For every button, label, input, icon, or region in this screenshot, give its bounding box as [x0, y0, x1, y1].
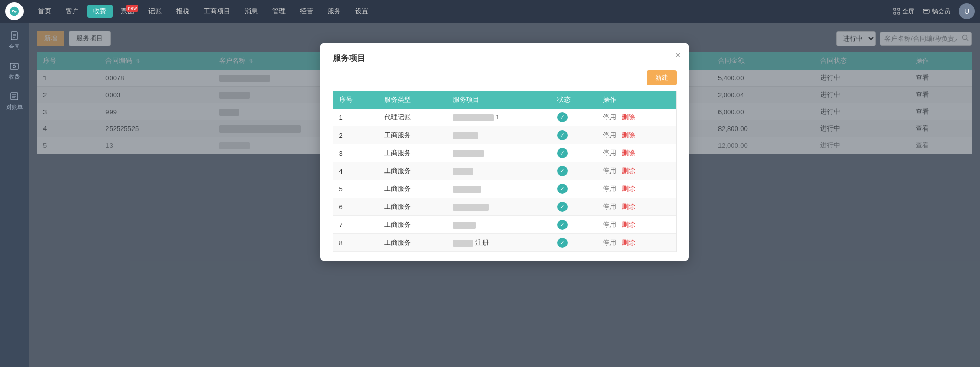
svg-rect-5	[923, 9, 929, 13]
nav-gongshang[interactable]: 工商项目	[198, 5, 236, 18]
nav-fuwu[interactable]: 服务	[321, 5, 347, 18]
delete-button-2[interactable]: 删除	[622, 131, 635, 139]
nav-home[interactable]: 首页	[32, 5, 57, 18]
status-active-icon: ✓	[557, 202, 568, 212]
delete-button-7[interactable]: 删除	[622, 221, 635, 228]
modal-table-row: 3 工商服务 ✓ 停用 删除	[333, 144, 676, 162]
stop-button-5[interactable]: 停用	[603, 185, 616, 192]
nav-items: 首页 客户 收费 票据 new 记账 报税 工商项目 消息 管理 经营 服务 设…	[32, 5, 893, 18]
modal-close-button[interactable]: ×	[675, 50, 681, 61]
fullscreen-btn[interactable]: 全屏	[893, 7, 914, 16]
delete-button-3[interactable]: 删除	[622, 149, 635, 157]
modal-toolbar: 新建	[333, 70, 677, 85]
nav-piao[interactable]: 票据 new	[115, 5, 140, 18]
modal-table-row: 7 工商服务 ✓ 停用 删除	[333, 216, 676, 234]
modal-new-button[interactable]: 新建	[647, 70, 677, 85]
modal-table-row: 2 工商服务 ✓ 停用 删除	[333, 126, 676, 144]
sidebar: 合同 收费 对账单	[0, 23, 29, 367]
user-avatar[interactable]: U	[959, 3, 975, 19]
service-items-modal: 服务项目 × 新建 序号 服务类型 服务项目 状态 操作	[320, 43, 689, 261]
modal-table-row: 4 工商服务 ✓ 停用 删除	[333, 162, 676, 180]
status-active-icon: ✓	[557, 238, 568, 248]
nav-customer[interactable]: 客户	[59, 5, 85, 18]
delete-button-4[interactable]: 删除	[622, 167, 635, 175]
stop-button-7[interactable]: 停用	[603, 221, 616, 228]
vip-btn[interactable]: 畅会员	[923, 7, 950, 16]
stop-button-1[interactable]: 停用	[603, 113, 616, 121]
app-logo	[5, 2, 24, 20]
modal-col-type: 服务类型	[378, 91, 447, 109]
modal-col-action: 操作	[597, 91, 676, 109]
status-active-icon: ✓	[557, 130, 568, 140]
stop-button-2[interactable]: 停用	[603, 131, 616, 139]
nav-shezhi[interactable]: 设置	[349, 5, 375, 18]
svg-rect-4	[898, 12, 900, 14]
modal-table-row: 5 工商服务 ✓ 停用 删除	[333, 180, 676, 198]
sidebar-item-shoufei[interactable]: 收费	[2, 57, 27, 85]
svg-rect-6	[924, 10, 928, 11]
modal-table-row: 8 工商服务 注册 ✓ 停用 删除	[333, 234, 676, 252]
top-nav-right: 全屏 畅会员 U	[893, 3, 975, 19]
status-active-icon: ✓	[557, 112, 568, 122]
svg-rect-11	[10, 63, 18, 69]
stop-button-8[interactable]: 停用	[603, 239, 616, 246]
nav-shoufei[interactable]: 收费	[87, 5, 113, 18]
modal-overlay: 服务项目 × 新建 序号 服务类型 服务项目 状态 操作	[29, 23, 980, 367]
status-active-icon: ✓	[557, 166, 568, 176]
top-navigation: 首页 客户 收费 票据 new 记账 报税 工商项目 消息 管理 经营 服务 设…	[0, 0, 980, 23]
sidebar-item-contract[interactable]: 合同	[2, 27, 27, 55]
stop-button-3[interactable]: 停用	[603, 149, 616, 157]
status-active-icon: ✓	[557, 220, 568, 230]
modal-title: 服务项目	[333, 53, 677, 64]
delete-button-5[interactable]: 删除	[622, 185, 635, 192]
nav-jingying[interactable]: 经营	[294, 5, 319, 18]
modal-col-project: 服务项目	[447, 91, 551, 109]
modal-table-row: 1 代理记账 1 ✓ 停用 删除	[333, 109, 676, 126]
sidebar-item-duizhang[interactable]: 对账单	[2, 87, 27, 115]
svg-point-12	[13, 65, 16, 68]
nav-xiaoxi[interactable]: 消息	[238, 5, 264, 18]
nav-baoshui[interactable]: 报税	[170, 5, 195, 18]
delete-button-6[interactable]: 删除	[622, 203, 635, 210]
modal-service-table: 序号 服务类型 服务项目 状态 操作 1 代理记账 1	[333, 91, 676, 252]
nav-guanli[interactable]: 管理	[266, 5, 292, 18]
svg-rect-1	[894, 8, 896, 10]
stop-button-4[interactable]: 停用	[603, 167, 616, 175]
svg-rect-2	[898, 8, 900, 10]
modal-col-status: 状态	[551, 91, 596, 109]
modal-col-seq: 序号	[333, 91, 378, 109]
status-active-icon: ✓	[557, 148, 568, 158]
delete-button-1[interactable]: 删除	[622, 113, 635, 121]
main-content: 新增 服务项目 进行中 已完成 已取消	[29, 23, 980, 367]
modal-table-wrap[interactable]: 序号 服务类型 服务项目 状态 操作 1 代理记账 1	[333, 91, 677, 252]
delete-button-8[interactable]: 删除	[622, 239, 635, 246]
stop-button-6[interactable]: 停用	[603, 203, 616, 210]
modal-table-row: 6 工商服务 ✓ 停用 删除	[333, 198, 676, 216]
status-active-icon: ✓	[557, 184, 568, 194]
svg-rect-3	[894, 12, 896, 14]
new-badge: new	[126, 5, 138, 12]
nav-jizhang[interactable]: 记账	[142, 5, 168, 18]
main-layout: 合同 收费 对账单 新增 服务项目 进行中	[0, 23, 980, 367]
